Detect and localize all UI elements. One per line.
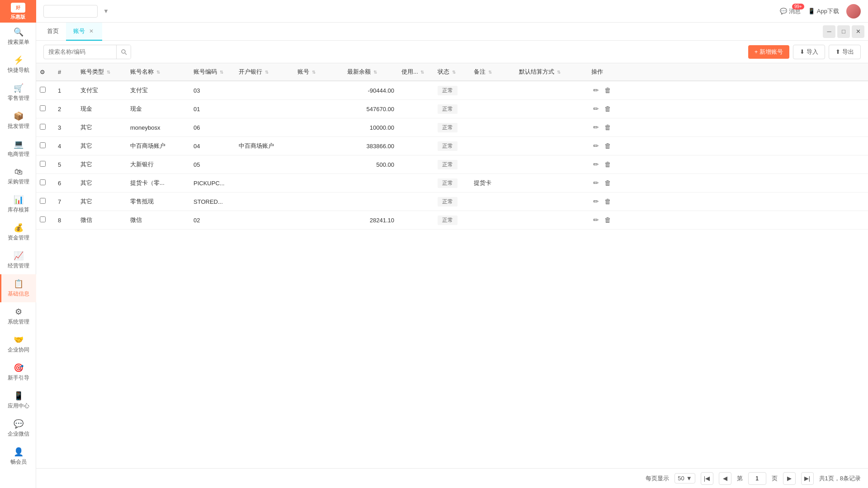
close-window-button[interactable]: ✕ xyxy=(852,25,864,38)
edit-button[interactable]: ✏ xyxy=(591,197,601,206)
messages-button[interactable]: 💬 消息 99+ xyxy=(780,7,801,15)
tab-account[interactable]: 账号 ✕ xyxy=(66,23,102,41)
sidebar-item-inventory[interactable]: 📊 库存核算 xyxy=(0,190,36,218)
tab-close-icon[interactable]: ✕ xyxy=(88,28,95,35)
sidebar-item-operations[interactable]: 📈 经营管理 xyxy=(0,246,36,274)
row-checkbox-cell[interactable] xyxy=(36,155,54,174)
row-default xyxy=(515,192,588,211)
row-checkbox[interactable] xyxy=(40,216,46,222)
edit-button[interactable]: ✏ xyxy=(591,141,601,151)
sort-bank-icon: ⇅ xyxy=(265,70,269,75)
edit-button[interactable]: ✏ xyxy=(591,178,601,188)
row-checkbox-cell[interactable] xyxy=(36,118,54,137)
row-num: 6 xyxy=(54,174,77,192)
minimize-button[interactable]: ─ xyxy=(823,25,835,38)
row-checkbox[interactable] xyxy=(40,87,46,93)
table-row: 2 现金 现金 01 547670.00 正常 ✏ 🗑 xyxy=(36,100,868,118)
delete-button[interactable]: 🗑 xyxy=(603,215,613,225)
row-checkbox[interactable] xyxy=(40,142,46,148)
first-page-button[interactable]: |◀ xyxy=(701,472,713,485)
sidebar-item-wechat[interactable]: 💬 企业微信 xyxy=(0,414,36,442)
sidebar-item-guide[interactable]: 🎯 新手引导 xyxy=(0,358,36,386)
page-size-select[interactable]: 50 ▼ xyxy=(675,473,695,483)
col-code[interactable]: 账号编码 ⇅ xyxy=(190,63,235,81)
status-badge: 正常 xyxy=(438,197,458,206)
sidebar-item-basic-info[interactable]: 📋 基础信息 xyxy=(0,274,36,302)
sidebar-item-retail[interactable]: 🛒 零售管理 xyxy=(0,79,36,107)
user-avatar[interactable] xyxy=(846,4,861,19)
page-input[interactable] xyxy=(748,472,766,485)
search-input[interactable] xyxy=(44,48,116,55)
edit-button[interactable]: ✏ xyxy=(591,215,601,225)
row-default xyxy=(515,137,588,155)
row-checkbox-cell[interactable] xyxy=(36,100,54,118)
status-badge: 正常 xyxy=(438,104,458,114)
sidebar-item-purchase[interactable]: 🛍 采购管理 xyxy=(0,163,36,190)
col-use[interactable]: 使用... ⇅ xyxy=(398,63,434,81)
delete-button[interactable]: 🗑 xyxy=(603,122,613,132)
header-search-input[interactable] xyxy=(43,5,98,18)
next-page-button[interactable]: ▶ xyxy=(783,472,796,485)
col-status[interactable]: 状态 ⇅ xyxy=(434,63,470,81)
table-row: 3 其它 moneybosx 06 10000.00 正常 ✏ 🗑 xyxy=(36,118,868,137)
tab-home[interactable]: 首页 xyxy=(40,23,66,41)
row-checkbox[interactable] xyxy=(40,124,46,130)
add-account-button[interactable]: + 新增账号 xyxy=(748,45,789,59)
delete-button[interactable]: 🗑 xyxy=(603,141,613,150)
delete-button[interactable]: 🗑 xyxy=(603,85,613,95)
edit-button[interactable]: ✏ xyxy=(591,122,601,132)
last-page-button[interactable]: ▶| xyxy=(801,472,814,485)
sidebar-item-ecommerce[interactable]: 💻 电商管理 xyxy=(0,135,36,163)
maximize-button[interactable]: □ xyxy=(837,25,850,38)
edit-button[interactable]: ✏ xyxy=(591,104,601,114)
row-checkbox-cell[interactable] xyxy=(36,137,54,155)
row-checkbox-cell[interactable] xyxy=(36,174,54,192)
col-bank[interactable]: 开户银行 ⇅ xyxy=(235,63,294,81)
prev-page-button[interactable]: ◀ xyxy=(719,472,731,485)
sidebar-item-search-menu[interactable]: 🔍 搜索菜单 xyxy=(0,23,36,51)
export-button[interactable]: ⬆ 导出 xyxy=(829,45,861,59)
row-checkbox[interactable] xyxy=(40,198,46,204)
sidebar: 好 乐惠版 🔍 搜索菜单 ⚡ 快捷导航 🛒 零售管理 📦 批发管理 💻 电商管理… xyxy=(0,0,36,488)
gear-icon: ⚙ xyxy=(40,69,45,75)
row-status: 正常 xyxy=(434,192,470,211)
edit-button[interactable]: ✏ xyxy=(591,85,601,95)
delete-button[interactable]: 🗑 xyxy=(603,160,613,169)
sidebar-item-system[interactable]: ⚙ 系统管理 xyxy=(0,302,36,330)
col-balance[interactable]: 最新余额 ⇅ xyxy=(344,63,398,81)
delete-button[interactable]: 🗑 xyxy=(603,104,613,113)
row-checkbox[interactable] xyxy=(40,161,46,167)
row-use xyxy=(398,100,434,118)
col-type[interactable]: 账号类型 ⇅ xyxy=(77,63,127,81)
row-checkbox-cell[interactable] xyxy=(36,192,54,211)
row-checkbox-cell[interactable] xyxy=(36,81,54,100)
delete-button[interactable]: 🗑 xyxy=(603,197,613,206)
sidebar-item-label: 系统管理 xyxy=(8,318,29,326)
sidebar-item-wholesale[interactable]: 📦 批发管理 xyxy=(0,107,36,135)
sidebar-item-cooperation[interactable]: 🤝 企业协同 xyxy=(0,330,36,358)
row-checkbox[interactable] xyxy=(40,105,46,111)
import-button[interactable]: ⬇ 导入 xyxy=(793,45,825,59)
sidebar-item-finance[interactable]: 💰 资金管理 xyxy=(0,218,36,246)
sidebar-item-label: 新手引导 xyxy=(8,374,29,382)
col-gear[interactable]: ⚙ xyxy=(36,63,54,81)
search-button[interactable] xyxy=(116,45,131,59)
delete-button[interactable]: 🗑 xyxy=(603,178,613,188)
row-checkbox-cell[interactable] xyxy=(36,211,54,230)
col-default[interactable]: 默认结算方式 ⇅ xyxy=(515,63,588,81)
col-remark[interactable]: 备注 ⇅ xyxy=(470,63,515,81)
row-code: STORED... xyxy=(190,192,235,211)
basic-info-icon: 📋 xyxy=(14,279,24,289)
col-name[interactable]: 账号名称 ⇅ xyxy=(127,63,190,81)
sidebar-item-member[interactable]: 👤 畅会员 xyxy=(0,442,36,470)
edit-button[interactable]: ✏ xyxy=(591,160,601,169)
row-actions: ✏ 🗑 xyxy=(588,137,868,155)
sidebar-item-quick-nav[interactable]: ⚡ 快捷导航 xyxy=(0,51,36,79)
row-status: 正常 xyxy=(434,155,470,174)
app-download-button[interactable]: 📱 App下载 xyxy=(808,7,839,15)
col-account[interactable]: 账号 ⇅ xyxy=(294,63,344,81)
row-checkbox[interactable] xyxy=(40,179,46,185)
member-icon: 👤 xyxy=(14,447,24,457)
sidebar-item-app-center[interactable]: 📱 应用中心 xyxy=(0,386,36,414)
dropdown-arrow-icon[interactable]: ▼ xyxy=(103,8,109,14)
